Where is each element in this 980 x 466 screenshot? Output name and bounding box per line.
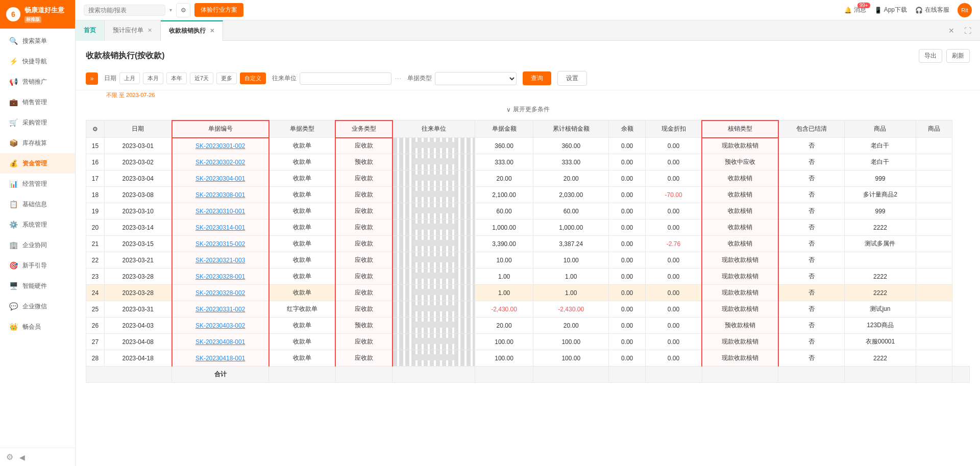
- date-this-month-btn[interactable]: 本月: [143, 72, 163, 84]
- sidebar-item-finance[interactable]: 💰资金管理: [0, 153, 75, 174]
- tab-collection[interactable]: 收款核销执行✕: [161, 20, 223, 41]
- notification-item[interactable]: 🔔 消息 99+: [844, 6, 866, 14]
- link-doc_no[interactable]: SK-20230331-002: [195, 306, 245, 313]
- sidebar-item-member[interactable]: 👑畅会员: [0, 316, 75, 337]
- sidebar-label-marketing: 营销推广: [22, 78, 47, 86]
- cell-doc_no[interactable]: SK-20230328-001: [172, 268, 269, 285]
- tab-prepay[interactable]: 预计应付单✕: [105, 20, 161, 41]
- cell-doc_type: 收款单: [269, 268, 336, 285]
- link-doc_no[interactable]: SK-20230302-002: [195, 159, 245, 166]
- settings-icon[interactable]: ⚙: [176, 3, 190, 17]
- cell-doc_type: 红字收款单: [269, 301, 336, 317]
- tab-home[interactable]: 首页: [76, 20, 105, 41]
- date-7days-btn[interactable]: 近7天: [190, 72, 213, 84]
- cell-doc_no[interactable]: SK-20230314-001: [172, 219, 269, 236]
- cell-doc_no[interactable]: SK-20230315-002: [172, 236, 269, 252]
- col-header-settings[interactable]: ⚙: [86, 120, 105, 138]
- link-doc_no[interactable]: SK-20230328-001: [195, 273, 245, 280]
- link-doc_no[interactable]: SK-20230321-003: [195, 257, 245, 264]
- search-input[interactable]: [84, 5, 165, 16]
- sidebar-gear-icon[interactable]: ⚙: [6, 452, 13, 462]
- cell-doc_no[interactable]: SK-20230331-002: [172, 301, 269, 317]
- date-more-btn[interactable]: 更多: [216, 72, 237, 84]
- cell-doc_no[interactable]: SK-20230308-001: [172, 187, 269, 203]
- date-this-year-btn[interactable]: 本年: [166, 72, 187, 84]
- sidebar-item-purchase[interactable]: 🛒采购管理: [0, 112, 75, 133]
- cell-include_settled: 否: [778, 138, 845, 154]
- filter-more-icon[interactable]: ···: [395, 74, 401, 83]
- customer-service-item[interactable]: 🎧 在线客服: [915, 6, 949, 14]
- sidebar-collapse-icon[interactable]: ◀: [19, 453, 25, 461]
- col-header-cash_discount: 现金折扣: [645, 120, 702, 138]
- cell-doc_no[interactable]: SK-20230403-002: [172, 317, 269, 334]
- cell-biz_type: 应收款: [335, 203, 392, 219]
- link-doc_no[interactable]: SK-20230403-002: [195, 322, 245, 329]
- cell-biz_type: 应收款: [335, 334, 392, 350]
- cell-balance: 0.00: [609, 285, 646, 301]
- sidebar-item-wechat[interactable]: 💬企业微信: [0, 296, 75, 316]
- cell-doc_no[interactable]: SK-20230304-001: [172, 170, 269, 187]
- link-doc_no[interactable]: SK-20230315-002: [195, 240, 245, 248]
- expand-more-btn[interactable]: ∨ 展开更多条件: [504, 103, 552, 116]
- cell-cancel_amount: 1,000.00: [533, 219, 609, 236]
- date-custom-btn[interactable]: 自定义: [240, 72, 266, 84]
- filter-expand-btn[interactable]: »: [86, 72, 98, 85]
- chevron-down-icon: ∨: [506, 106, 511, 113]
- dropdown-arrow-icon[interactable]: ▾: [169, 7, 172, 13]
- col-header-goods2: 商品: [916, 120, 952, 138]
- filter-settings-btn[interactable]: 设置: [557, 71, 587, 86]
- search-btn[interactable]: 查询: [523, 71, 551, 85]
- sidebar-item-quick-nav[interactable]: ⚡快捷导航: [0, 51, 75, 71]
- link-doc_no[interactable]: SK-20230304-001: [195, 175, 245, 182]
- cell-date: 2023-03-08: [105, 187, 172, 203]
- tab-close-prepay[interactable]: ✕: [148, 27, 152, 34]
- cell-doc_no[interactable]: SK-20230301-002: [172, 138, 269, 154]
- refresh-btn[interactable]: 刷新: [946, 49, 970, 63]
- cell-goods2: [916, 138, 952, 154]
- sidebar-item-basic[interactable]: 📋基础信息: [0, 194, 75, 214]
- page-content: 收款核销执行(按收款) 导出 刷新 » 日期 上月 本月 本年 近7天 更多 自…: [76, 41, 980, 466]
- link-doc_no[interactable]: SK-20230308-001: [195, 191, 245, 199]
- date-range-text: 不限 至 2023-07-26: [106, 92, 155, 98]
- cell-cancel_type: 收款核销: [702, 219, 778, 236]
- cell-doc_no[interactable]: SK-20230321-003: [172, 252, 269, 268]
- cell-goods2: [916, 350, 952, 366]
- sidebar-item-operation[interactable]: 📊经营管理: [0, 174, 75, 194]
- sidebar-item-search-menu[interactable]: 🔍搜索菜单: [0, 31, 75, 51]
- link-doc_no[interactable]: SK-20230418-001: [195, 355, 245, 362]
- industry-btn[interactable]: 体验行业方案: [194, 3, 243, 17]
- link-doc_no[interactable]: SK-20230314-001: [195, 224, 245, 231]
- cell-balance: 0.00: [609, 170, 646, 187]
- export-btn[interactable]: 导出: [919, 49, 942, 63]
- cell-goods: 测试jun: [845, 301, 916, 317]
- cell-doc_no[interactable]: SK-20230418-001: [172, 350, 269, 366]
- sidebar-icon-purchase: 🛒: [8, 117, 18, 128]
- tab-close-collection[interactable]: ✕: [210, 28, 214, 34]
- sidebar-item-smart-hw[interactable]: 🖥️智能硬件: [0, 276, 75, 296]
- link-doc_no[interactable]: SK-20230310-001: [195, 208, 245, 215]
- cell-doc_no[interactable]: SK-20230302-002: [172, 154, 269, 170]
- sidebar-item-enterprise[interactable]: 🏢企业协同: [0, 235, 75, 255]
- sidebar-label-member: 畅会员: [22, 323, 41, 331]
- link-doc_no[interactable]: SK-20230408-001: [195, 338, 245, 346]
- date-last-month-btn[interactable]: 上月: [119, 72, 140, 84]
- app-download-item[interactable]: 📱 App下载: [874, 6, 907, 14]
- cell-cash_discount: 0.00: [645, 334, 702, 350]
- fullscreen-btn[interactable]: ⛶: [962, 24, 974, 37]
- partner-input[interactable]: [300, 72, 391, 85]
- logo-brand: 畅康道好生意: [24, 6, 64, 15]
- doctype-select[interactable]: [435, 72, 517, 85]
- sidebar-item-newbie[interactable]: 🎯新手引导: [0, 255, 75, 276]
- close-all-btn[interactable]: ✕: [945, 24, 958, 37]
- link-doc_no[interactable]: SK-20230328-002: [195, 289, 245, 297]
- sidebar-item-marketing[interactable]: 📢营销推广: [0, 71, 75, 92]
- cell-doc_no[interactable]: SK-20230328-002: [172, 285, 269, 301]
- cell-doc_no[interactable]: SK-20230310-001: [172, 203, 269, 219]
- sidebar-item-inventory[interactable]: 📦库存核算: [0, 133, 75, 153]
- cell-doc_no[interactable]: SK-20230408-001: [172, 334, 269, 350]
- sidebar-item-sales[interactable]: 💼销售管理: [0, 92, 75, 112]
- link-doc_no[interactable]: SK-20230301-002: [195, 142, 245, 150]
- col-header-balance: 余额: [609, 120, 646, 138]
- user-avatar[interactable]: Rit: [958, 3, 972, 17]
- sidebar-item-system[interactable]: ⚙️系统管理: [0, 214, 75, 235]
